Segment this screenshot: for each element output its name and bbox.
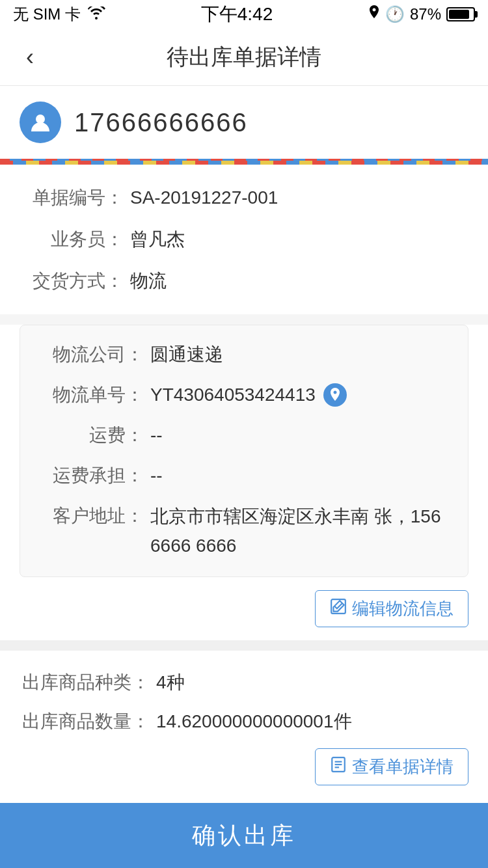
edit-logistics-button[interactable]: 编辑物流信息 xyxy=(315,590,468,627)
outbound-stats-section: 出库商品种类： 4种 出库商品数量： 14.620000000000001件 查… xyxy=(0,651,488,805)
address-value: 北京市市辖区海淀区永丰南 张，156 6666 6666 xyxy=(150,502,448,561)
address-row: 客户地址： 北京市市辖区海淀区永丰南 张，156 6666 6666 xyxy=(40,502,448,561)
main-content: 17666666666 单据编号： SA-20191227-001 业务员： 曾… xyxy=(0,86,488,868)
clock-icon: 🕐 xyxy=(385,5,405,23)
nav-bar: ‹ 待出库单据详情 xyxy=(0,29,488,86)
nav-title: 待出库单据详情 xyxy=(167,42,321,72)
confirm-button-area[interactable]: 确认出库 xyxy=(0,803,488,868)
sales-person-row: 业务员： 曾凡杰 xyxy=(20,226,468,253)
status-time: 下午4:42 xyxy=(201,2,273,27)
basic-info-section: 单据编号： SA-20191227-001 业务员： 曾凡杰 交货方式： 物流 xyxy=(0,165,488,314)
user-phone: 17666666666 xyxy=(74,108,248,137)
address-label: 客户地址： xyxy=(40,502,144,530)
logistics-card: 物流公司： 圆通速递 物流单号： YT43064053424413 运费： --… xyxy=(20,325,468,577)
logistics-company-value: 圆通速递 xyxy=(150,341,448,368)
document-number-value: SA-20191227-001 xyxy=(130,184,468,211)
view-btn-row: 查看单据详情 xyxy=(20,748,468,785)
quantity-value: 14.620000000000001件 xyxy=(156,709,352,734)
sim-status: 无 SIM 卡 xyxy=(13,4,81,25)
delivery-method-value: 物流 xyxy=(130,267,468,295)
sales-person-value: 曾凡杰 xyxy=(130,226,468,253)
freight-value: -- xyxy=(150,422,448,449)
freight-bearer-label: 运费承担： xyxy=(40,462,144,489)
svg-point-0 xyxy=(36,115,45,124)
types-value: 4种 xyxy=(156,670,185,695)
tracking-number-value: YT43064053424413 xyxy=(150,381,448,409)
freight-label: 运费： xyxy=(40,422,144,449)
battery-icon xyxy=(446,7,475,21)
view-details-button[interactable]: 查看单据详情 xyxy=(315,748,468,785)
logistics-company-row: 物流公司： 圆通速递 xyxy=(40,341,448,368)
document-number-label: 单据编号： xyxy=(20,184,124,211)
tracking-number-row: 物流单号： YT43064053424413 xyxy=(40,381,448,409)
delivery-method-label: 交货方式： xyxy=(20,267,124,295)
delivery-method-row: 交货方式： 物流 xyxy=(20,267,468,295)
quantity-row: 出库商品数量： 14.620000000000001件 xyxy=(20,709,468,734)
document-number-row: 单据编号： SA-20191227-001 xyxy=(20,184,468,211)
section-separator xyxy=(0,640,488,651)
types-row: 出库商品种类： 4种 xyxy=(20,670,468,695)
freight-bearer-row: 运费承担： -- xyxy=(40,462,448,489)
view-details-label: 查看单据详情 xyxy=(352,755,454,778)
battery-percent: 87% xyxy=(410,5,441,23)
back-button[interactable]: ‹ xyxy=(20,37,40,77)
status-bar: 无 SIM 卡 下午4:42 🕐 87% xyxy=(0,0,488,29)
confirm-button-label: 确认出库 xyxy=(192,820,296,852)
location-icon xyxy=(368,5,380,23)
wifi-icon xyxy=(87,5,105,23)
sales-person-label: 业务员： xyxy=(20,226,124,253)
avatar xyxy=(20,102,61,143)
logistics-company-label: 物流公司： xyxy=(40,341,144,368)
status-left: 无 SIM 卡 xyxy=(13,4,105,25)
tracking-number-label: 物流单号： xyxy=(40,381,144,409)
freight-bearer-value: -- xyxy=(150,462,448,489)
doc-icon xyxy=(330,756,347,778)
edit-icon xyxy=(330,598,347,619)
freight-row: 运费： -- xyxy=(40,422,448,449)
edit-logistics-label: 编辑物流信息 xyxy=(352,597,454,620)
status-right: 🕐 87% xyxy=(368,5,475,23)
logistics-outer: 物流公司： 圆通速递 物流单号： YT43064053424413 运费： --… xyxy=(0,325,488,640)
location-pin-icon[interactable] xyxy=(323,383,347,407)
user-card: 17666666666 xyxy=(0,86,488,161)
types-label: 出库商品种类： xyxy=(20,670,150,695)
edit-btn-row: 编辑物流信息 xyxy=(20,590,468,627)
quantity-label: 出库商品数量： xyxy=(20,709,150,734)
